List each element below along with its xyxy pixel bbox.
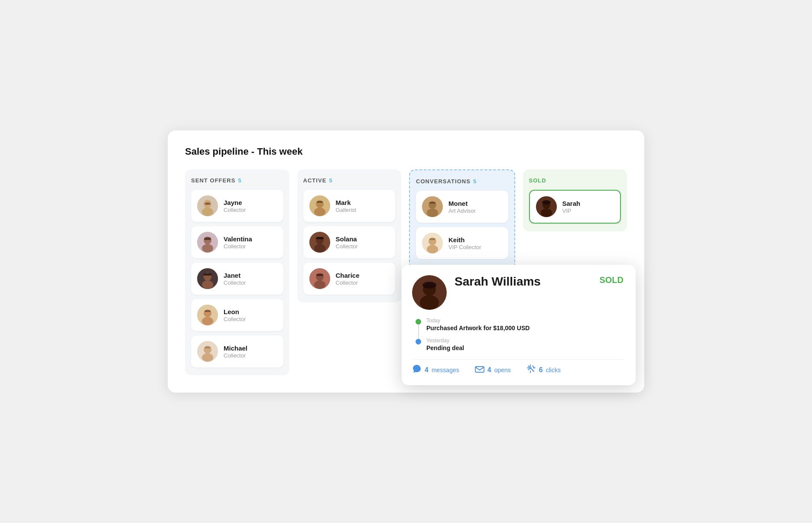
card-info-mark: Mark Gallerist: [336, 199, 357, 213]
card-role-charice: Collector: [336, 279, 360, 286]
card-mark[interactable]: Mark Gallerist: [303, 190, 396, 222]
svg-point-19: [202, 353, 213, 362]
svg-point-47: [420, 295, 439, 310]
svg-point-4: [205, 202, 211, 205]
card-info-michael: Michael Collector: [224, 344, 247, 359]
detail-popup: Sarah Williams SOLD Today Purchased Artw…: [402, 265, 636, 385]
timeline-item-today: Today Purchased Artwork for $18,000 USD: [416, 318, 624, 331]
avatar-leon: [197, 305, 218, 325]
card-name-michael: Michael: [224, 344, 247, 352]
card-info-keith: Keith VIP Collector: [448, 236, 481, 250]
card-role-leon: Collector: [224, 316, 246, 322]
timeline-dot-blue: [416, 339, 421, 344]
column-count-active: 5: [329, 177, 332, 184]
card-solana[interactable]: Solana Collector: [303, 226, 396, 258]
column-title-sold: SOLD: [529, 177, 546, 184]
timeline-text-yesterday: Pending deal: [426, 344, 464, 351]
card-role-michael: Collector: [224, 352, 247, 359]
clicks-icon: [526, 364, 536, 376]
detail-sold-badge: SOLD: [599, 275, 624, 285]
avatar-mark: [309, 195, 330, 216]
stat-messages-label: messages: [432, 367, 459, 374]
app-container: Sales pipeline - This week SENT OFFERS 5: [168, 130, 644, 393]
svg-point-7: [202, 244, 213, 253]
card-michael[interactable]: Michael Collector: [191, 335, 283, 367]
card-info-jayne: Jayne Collector: [224, 199, 246, 213]
card-info-janet: Janet Collector: [224, 272, 246, 286]
detail-header: Sarah Williams SOLD: [412, 275, 624, 310]
card-jayne[interactable]: Jayne Collector: [191, 190, 283, 222]
stat-opens-value: 4: [487, 366, 491, 374]
card-name-charice: Charice: [336, 272, 360, 279]
stat-clicks-label: clicks: [546, 367, 561, 374]
avatar-keith: [422, 233, 443, 253]
card-role-jayne: Collector: [224, 207, 246, 213]
svg-rect-20: [205, 347, 211, 348]
page-title: Sales pipeline - This week: [185, 146, 627, 157]
svg-rect-28: [316, 237, 324, 239]
stat-clicks: 6 clicks: [526, 364, 561, 376]
card-valentina[interactable]: Valentina Collector: [191, 226, 283, 258]
column-sent-offers: SENT OFFERS 5 Jayne Collector: [185, 169, 289, 375]
timeline-content-today: Today Purchased Artwork for $18,000 USD: [426, 318, 529, 331]
avatar-solana: [309, 232, 330, 253]
card-name-keith: Keith: [448, 236, 481, 244]
detail-avatar-sarah: [412, 275, 447, 310]
column-header-conversations: CONVERSATIONS 5: [416, 178, 508, 185]
card-role-monet: Art Advisor: [448, 208, 476, 214]
column-header-sold: SOLD: [529, 177, 621, 184]
timeline: Today Purchased Artwork for $18,000 USD …: [416, 318, 624, 351]
svg-point-39: [427, 245, 438, 253]
card-janet[interactable]: Janet Collector: [191, 263, 283, 295]
svg-point-44: [542, 200, 551, 205]
avatar-monet: [422, 196, 443, 217]
svg-rect-16: [205, 310, 211, 312]
timeline-label-today: Today: [426, 318, 529, 324]
card-name-jayne: Jayne: [224, 199, 246, 206]
svg-point-48: [422, 282, 436, 289]
opens-icon: [475, 365, 484, 375]
card-role-sarah-sold: VIP: [562, 208, 581, 214]
detail-stats: 4 messages 4 opens: [412, 359, 624, 376]
pipeline-board: SENT OFFERS 5 Jayne Collector: [185, 169, 627, 375]
timeline-content-yesterday: Yesterday Pending deal: [426, 338, 464, 351]
svg-point-43: [541, 208, 552, 217]
avatar-charice: [309, 268, 330, 289]
card-info-solana: Solana Collector: [336, 235, 358, 250]
messages-icon: [412, 364, 422, 376]
stat-messages-value: 4: [425, 366, 429, 374]
column-count-conversations: 5: [473, 178, 477, 185]
card-role-solana: Collector: [336, 243, 358, 250]
card-role-janet: Collector: [224, 279, 246, 286]
svg-rect-49: [475, 367, 484, 372]
svg-rect-32: [316, 274, 323, 276]
card-info-monet: Monet Art Advisor: [448, 200, 476, 214]
column-active: ACTIVE 5 Mark Gallerist: [297, 169, 402, 302]
column-header-active: ACTIVE 5: [303, 177, 396, 184]
stat-opens: 4 opens: [475, 365, 511, 375]
card-info-sarah-sold: Sarah VIP: [562, 200, 581, 214]
svg-rect-24: [317, 201, 323, 203]
stat-clicks-value: 6: [539, 366, 543, 374]
card-leon[interactable]: Leon Collector: [191, 299, 283, 331]
svg-rect-8: [204, 237, 211, 240]
card-charice[interactable]: Charice Collector: [303, 263, 396, 295]
column-count-sent-offers: 5: [238, 177, 241, 184]
avatar-michael: [197, 341, 218, 362]
card-monet[interactable]: Monet Art Advisor: [416, 191, 508, 223]
card-role-valentina: Collector: [224, 243, 252, 250]
svg-point-35: [427, 208, 438, 217]
svg-rect-36: [429, 202, 435, 204]
timeline-dot-green: [416, 319, 421, 325]
svg-point-3: [202, 208, 213, 216]
svg-point-23: [314, 208, 325, 216]
column-title-conversations: CONVERSATIONS: [416, 178, 471, 185]
detail-name-area: Sarah Williams: [455, 275, 591, 289]
column-title-sent-offers: SENT OFFERS: [191, 177, 235, 184]
card-keith[interactable]: Keith VIP Collector: [416, 227, 508, 259]
column-sold: SOLD Sarah VIP: [523, 169, 627, 231]
svg-point-11: [202, 280, 213, 289]
svg-point-27: [314, 244, 325, 253]
card-name-janet: Janet: [224, 272, 246, 279]
card-sarah-sold[interactable]: Sarah VIP: [529, 190, 621, 224]
